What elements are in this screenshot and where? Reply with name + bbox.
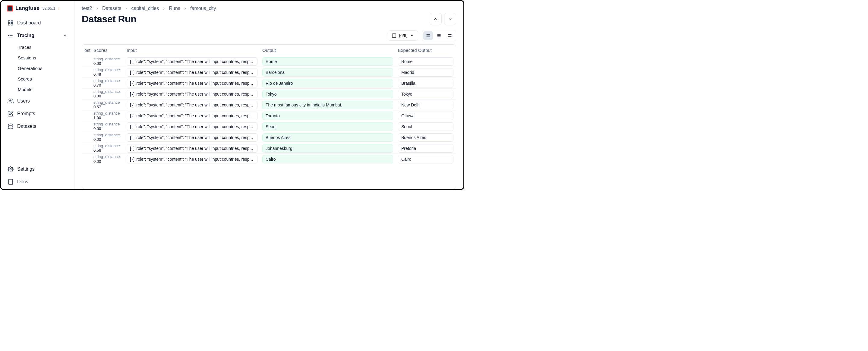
sidebar-item-tracing[interactable]: Tracing [3,30,72,41]
output-cell: Tokyo [260,89,396,99]
expected-value[interactable]: Tokyo [398,90,454,98]
sidebar-item-label: Generations [18,66,42,71]
table-row[interactable]: string_distance0.00[ { "role": "system",… [82,56,456,67]
sidebar-item-generations[interactable]: Generations [3,63,72,73]
table-row[interactable]: string_distance1.00[ { "role": "system",… [82,110,456,121]
breadcrumb-item[interactable]: Datasets [102,6,121,11]
score-cell: string_distance0.70 [91,78,124,88]
docs-icon [7,179,13,185]
sidebar-item-datasets[interactable]: Datasets [3,120,72,133]
expected-value[interactable]: Brasília [398,79,454,87]
output-value[interactable]: Seoul [262,122,393,131]
chevron-up-icon [433,17,438,21]
breadcrumb-item[interactable]: famous_city [190,6,216,11]
expected-cell: Buenos Aires [396,133,456,142]
output-cell: Toronto [260,111,396,121]
table-row[interactable]: string_distance0.48[ { "role": "system",… [82,67,456,78]
sidebar-item-sessions[interactable]: Sessions [3,53,72,63]
input-value[interactable]: [ { "role": "system", "content": "The us… [127,133,257,142]
column-header-expected[interactable]: Expected Output [396,48,456,53]
expected-value[interactable]: Madrid [398,68,454,77]
column-header-cost[interactable]: ost [82,48,91,53]
output-value[interactable]: Buenos Aires [262,133,393,142]
sidebar-item-traces[interactable]: Traces [3,42,72,52]
prev-run-button[interactable] [430,13,442,25]
next-run-button[interactable] [444,13,456,25]
sidebar-item-label: Tracing [17,33,34,38]
output-value[interactable]: The most famous city in India is Mumbai. [262,101,393,109]
input-value[interactable]: [ { "role": "system", "content": "The us… [127,144,257,153]
input-cell: [ { "role": "system", "content": "The us… [124,144,260,153]
column-header-output[interactable]: Output [260,48,396,53]
output-value[interactable]: Rome [262,57,393,66]
expected-value[interactable]: Rome [398,57,454,66]
input-value[interactable]: [ { "role": "system", "content": "The us… [127,79,257,87]
expected-value[interactable]: Buenos Aires [398,133,454,142]
column-header-scores[interactable]: Scores [91,48,124,53]
sidebar-item-label: Sessions [18,55,36,60]
breadcrumb-item[interactable]: capital_cities [131,6,159,11]
users-icon [7,98,13,104]
list-compact-icon [426,33,431,38]
chevron-down-icon [63,33,67,38]
table-row[interactable]: string_distance0.70[ { "role": "system",… [82,78,456,89]
sidebar-item-users[interactable]: Users [3,95,72,107]
expected-value[interactable]: Pretoria [398,144,454,153]
chevron-right-icon: › [163,6,165,11]
sidebar-item-scores[interactable]: Scores [3,74,72,84]
table-row[interactable]: string_distance0.00[ { "role": "system",… [82,89,456,99]
output-value[interactable]: Tokyo [262,90,393,98]
sidebar-item-docs[interactable]: Docs [3,176,72,188]
expected-value[interactable]: Cairo [398,155,454,164]
sidebar-item-settings[interactable]: Settings [3,163,72,175]
output-value[interactable]: Toronto [262,112,393,120]
update-available-icon[interactable]: ↑ [58,6,60,10]
score-cell: string_distance0.00 [91,121,124,131]
sidebar-item-dashboard[interactable]: Dashboard [3,17,72,29]
score-cell: string_distance0.00 [91,154,124,164]
output-value[interactable]: Rio de Janeiro [262,79,393,87]
table-row[interactable]: string_distance0.00[ { "role": "system",… [82,154,456,165]
input-value[interactable]: [ { "role": "system", "content": "The us… [127,122,257,131]
cost-cell [82,61,91,62]
density-compact-button[interactable] [423,31,433,40]
input-value[interactable]: [ { "role": "system", "content": "The us… [127,155,257,164]
output-cell: Buenos Aires [260,133,396,142]
sidebar: Langfuse v2.65.1 ↑ Dashboard Tracing Tra… [1,1,74,189]
brand: Langfuse v2.65.1 ↑ [1,5,74,17]
output-value[interactable]: Johannesburg [262,144,393,153]
input-value[interactable]: [ { "role": "system", "content": "The us… [127,90,257,98]
table-row[interactable]: string_distance0.57[ { "role": "system",… [82,99,456,110]
table-row[interactable]: string_distance0.00[ { "role": "system",… [82,132,456,143]
table-row[interactable]: string_distance0.00[ { "role": "system",… [82,121,456,132]
breadcrumb-item[interactable]: test2 [82,6,92,11]
density-relaxed-button[interactable] [445,31,455,40]
score-value: 0.00 [93,159,122,164]
table-row[interactable]: string_distance0.56[ { "role": "system",… [82,143,456,154]
input-value[interactable]: [ { "role": "system", "content": "The us… [127,101,257,109]
score-value: 0.00 [93,126,122,131]
input-value[interactable]: [ { "role": "system", "content": "The us… [127,57,257,66]
dashboard-icon [7,20,13,26]
sidebar-item-models[interactable]: Models [3,84,72,94]
output-value[interactable]: Cairo [262,155,393,164]
breadcrumb-item[interactable]: Runs [169,6,180,11]
expected-value[interactable]: New Delhi [398,101,454,109]
table-header-row: ost Scores Input Output Expected Output [82,45,456,56]
score-value: 0.00 [93,61,122,66]
input-value[interactable]: [ { "role": "system", "content": "The us… [127,112,257,120]
primary-nav: Dashboard Tracing Traces Sessions Genera… [1,17,74,133]
columns-button[interactable]: (6/6) [388,30,418,41]
expected-value[interactable]: Ottawa [398,112,454,120]
svg-point-9 [8,124,13,125]
svg-rect-1 [11,21,13,23]
input-value[interactable]: [ { "role": "system", "content": "The us… [127,68,257,77]
expected-value[interactable]: Seoul [398,122,454,131]
gear-icon [7,166,13,172]
density-normal-button[interactable] [434,31,444,40]
score-name: string_distance [93,90,122,94]
sidebar-item-prompts[interactable]: Prompts [3,108,72,120]
chevron-down-icon [410,33,414,38]
column-header-input[interactable]: Input [124,48,260,53]
output-value[interactable]: Barcelona [262,68,393,77]
